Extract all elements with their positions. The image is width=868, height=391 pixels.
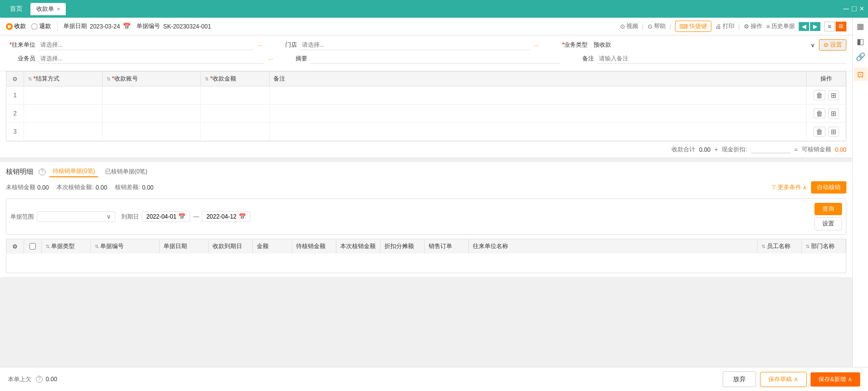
radio-refund[interactable]: 退款 [31, 22, 51, 30]
sidebar-table-icon[interactable]: ▦ [857, 22, 864, 31]
sort-staff-icon[interactable]: ⇅ [761, 244, 765, 249]
th-amount: ⇅ *收款金额 [201, 72, 270, 86]
due-end-input[interactable]: 2022-04-12 📅 [202, 211, 250, 222]
discount-label: 现金折扣: [722, 145, 747, 154]
stats-right: ⊤ 更多条件 ∧ 自动核销 [771, 181, 846, 194]
staff-label: 业务员 [6, 55, 35, 63]
row-copy-btn-3[interactable]: ⊞ [828, 127, 839, 137]
shortcut-label: 快捷键 [689, 22, 707, 30]
td-settlement-1[interactable] [24, 86, 103, 104]
table-gear-col[interactable]: ⚙ [6, 72, 24, 86]
row-delete-btn-2[interactable]: 🗑 [814, 109, 825, 118]
sidebar-expand-icon[interactable]: ⊡ [854, 67, 868, 81]
abandon-btn[interactable]: 放弃 [723, 371, 756, 387]
view-list-btn[interactable]: ≡ [824, 22, 835, 31]
store-input[interactable] [300, 40, 530, 50]
query-btn[interactable]: 查询 [814, 203, 842, 215]
bth-sale: 销售订单 [425, 239, 469, 253]
td-account-2[interactable] [103, 105, 201, 122]
td-amount-2[interactable] [201, 105, 270, 122]
video-btn[interactable]: ⊙ 视频 [620, 22, 638, 30]
sort-dept-icon[interactable]: ⇅ [806, 244, 810, 249]
radio-collection[interactable]: 收款 [6, 22, 26, 30]
tab-bar: 首页 收款单 × ─ □ × [0, 0, 868, 18]
sort-amount-icon[interactable]: ⇅ [205, 76, 209, 82]
td-amount-1[interactable] [201, 86, 270, 104]
draft-arrow-icon: ∧ [794, 376, 798, 383]
th-settlement-label: *结算方式 [33, 75, 59, 83]
window-max-btn[interactable]: □ [852, 4, 857, 13]
footer-value: 0.00 [46, 376, 57, 383]
history-btn[interactable]: ≡ 历史单据 [766, 22, 795, 30]
range-select[interactable]: ∨ [37, 211, 115, 222]
this-label: 本次核销金额: [56, 183, 93, 192]
print-btn[interactable]: 🖨 打印 [715, 22, 734, 30]
sidebar-link-icon[interactable]: 🔗 [856, 52, 866, 61]
operation-btn[interactable]: ⚙ 操作 [744, 22, 762, 30]
window-close-btn[interactable]: × [860, 4, 864, 13]
save-btn[interactable]: 保存&新增 ∧ [811, 372, 860, 387]
partner-more-btn[interactable]: ··· [258, 42, 263, 49]
bth-this: 本次核销金额 [336, 239, 380, 253]
done-tab[interactable]: 已核销单据(0笔) [102, 167, 151, 177]
window-min-btn[interactable]: ─ [843, 4, 849, 13]
tab-close-icon[interactable]: × [57, 6, 60, 12]
filter-settings-btn[interactable]: 设置 [814, 217, 842, 230]
tab-home[interactable]: 首页 [4, 2, 28, 15]
business-type-arrow[interactable]: ∨ [811, 42, 815, 49]
staff-more-btn[interactable]: ··· [268, 56, 273, 62]
td-account-3[interactable] [103, 123, 201, 140]
shortcut-btn[interactable]: ⌨ 快捷键 [675, 21, 711, 32]
sort-settlement-icon[interactable]: ⇅ [28, 76, 32, 82]
summary-input[interactable] [310, 54, 560, 64]
partner-input[interactable] [38, 40, 254, 50]
td-settlement-3[interactable] [24, 123, 103, 140]
equal-sign: = [794, 146, 798, 153]
cal-end-icon[interactable]: 📅 [239, 213, 246, 220]
date-field: 单据日期 2023-03-24 📅 [63, 22, 131, 30]
view-grid-btn[interactable]: ⊞ [836, 22, 846, 31]
td-account-1[interactable] [103, 86, 201, 104]
settings-btn[interactable]: ⚙ 设置 [819, 39, 846, 51]
td-amount-3[interactable] [201, 123, 270, 140]
staff-input[interactable] [38, 54, 264, 64]
due-start-input[interactable]: 2022-04-01 📅 [142, 211, 190, 222]
writeoff-info-icon[interactable]: ? [39, 168, 46, 175]
select-all-checkbox[interactable] [29, 243, 36, 250]
bottom-table-header: ⚙ ⇅ 单据类型 ⇅ 单据编号 单据日期 收款到期日 金额 [6, 239, 846, 253]
help-btn[interactable]: ⊙ 帮助 [648, 22, 666, 30]
sort-account-icon[interactable]: ⇅ [107, 76, 110, 82]
pending-tab[interactable]: 待核销单据(0笔) [50, 166, 98, 177]
row-copy-btn-1[interactable]: ⊞ [828, 90, 839, 100]
nav-prev-btn[interactable]: ◀ [799, 22, 809, 31]
more-conditions-btn[interactable]: ⊤ 更多条件 ∧ [771, 183, 807, 192]
cal-start-icon[interactable]: 📅 [178, 213, 186, 220]
sort-type-icon[interactable]: ⇅ [46, 244, 50, 249]
sidebar-split-icon[interactable]: ◧ [857, 37, 864, 46]
td-settlement-2[interactable] [24, 105, 103, 122]
discount-input[interactable] [751, 146, 790, 153]
stats-row: 未核销金额 0.00 本次核销金额: 0.00 核销差额: 0.00 ⊤ 更多条… [6, 181, 846, 194]
td-remarks-3[interactable] [270, 123, 807, 140]
bth-check[interactable] [24, 239, 42, 253]
date-icon[interactable]: 📅 [123, 23, 131, 30]
remarks-input[interactable] [597, 54, 846, 64]
td-remarks-1[interactable] [270, 86, 807, 104]
td-remarks-2[interactable] [270, 105, 807, 122]
bth-staff-label: 员工名称 [767, 242, 790, 251]
sort-code-icon[interactable]: ⇅ [95, 244, 99, 249]
total-value: 0.00 [699, 146, 710, 153]
bth-amount: 金额 [253, 239, 292, 253]
th-remarks: 备注 [270, 72, 807, 86]
footer-info-icon[interactable]: ? [36, 376, 43, 383]
nav-next-btn[interactable]: ▶ [810, 22, 820, 31]
auto-writeoff-btn[interactable]: 自动核销 [811, 181, 846, 194]
store-more-btn[interactable]: ··· [534, 42, 539, 49]
row-copy-btn-2[interactable]: ⊞ [828, 109, 839, 118]
row-delete-btn-3[interactable]: 🗑 [814, 127, 825, 137]
row-delete-btn-1[interactable]: 🗑 [814, 90, 825, 100]
draft-btn[interactable]: 保存草稿 ∧ [760, 372, 807, 387]
bth-gear[interactable]: ⚙ [6, 239, 24, 253]
summary-row: 收款合计 0.00 + 现金折扣: = 可核销金额 0.00 [0, 141, 852, 158]
tab-collection[interactable]: 收款单 × [30, 3, 66, 15]
